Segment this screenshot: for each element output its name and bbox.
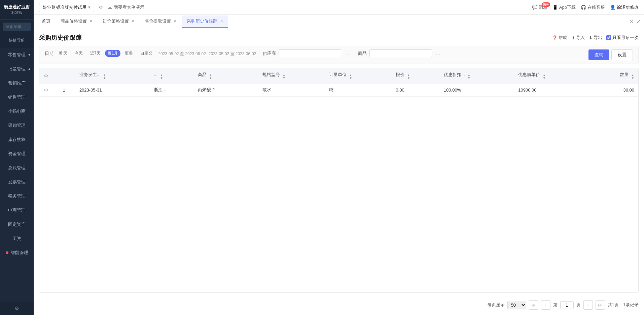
sidebar-item-assets[interactable]: 固定资产 — [0, 217, 34, 232]
per-page-select[interactable]: 50 100 200 — [507, 301, 526, 309]
next-page-button[interactable]: › — [583, 300, 593, 310]
td-discount: 100.00% — [440, 83, 514, 97]
message-badge[interactable]: 💬 消息 99+ — [532, 4, 547, 10]
table-row[interactable]: ⚙ 1 2023-05-31 浙江... 丙烯酸-2-... 散水 吨 0.00… — [39, 83, 638, 97]
settings-icon[interactable]: ⚙ — [14, 305, 19, 312]
date-btn-今天[interactable]: 今天 — [72, 49, 86, 57]
th-spec[interactable]: 规格型号 ▲▼ — [258, 68, 325, 83]
th-discount[interactable]: 优惠折扣... ▲▼ — [440, 68, 514, 83]
supplier-input[interactable] — [279, 49, 341, 57]
sidebar-item-sales[interactable]: 销售管理 — [0, 90, 34, 104]
table-header-row: ⚙ 业务发生... ▲▼ ... ▲▼ 商品 ▲▼ — [39, 68, 638, 83]
sidebar-bottom: ⚙ — [0, 302, 34, 315]
first-page-button[interactable]: ⏮ — [529, 300, 538, 310]
tab-home[interactable]: 首页 — [37, 15, 55, 28]
sidebar-logo: 畅捷通好业财 标准版 — [0, 0, 34, 20]
sidebar-item-purchase[interactable]: 采购管理 — [0, 118, 34, 133]
tab-close-purchase-strategy[interactable]: ✕ — [132, 19, 135, 23]
tab-price[interactable]: 商品价格设置 ✕ — [56, 15, 97, 28]
sort-price-icon[interactable]: ▲▼ — [543, 74, 546, 80]
sort-date-icon[interactable]: ▲▼ — [103, 74, 106, 80]
date-btn-近1月[interactable]: 近1月 — [105, 50, 121, 57]
quick-nav-item[interactable]: 快捷导航 — [0, 35, 34, 46]
goods-more-icon[interactable]: ... — [435, 50, 442, 57]
date-filter-group: 日期 昨天今天近7天近1月更多自定义 2023-05-02 至 2023-06-… — [45, 49, 256, 57]
tab-purchase-strategy[interactable]: 进价策略设置 ✕ — [98, 15, 139, 28]
import-icon: ⬆ — [571, 35, 575, 40]
sidebar-item-inventory[interactable]: 库存核算 — [0, 133, 34, 147]
last-page-button[interactable]: ⏭ — [596, 300, 605, 310]
sort-extra-icon[interactable]: ▲▼ — [160, 74, 163, 80]
tab-close-price[interactable]: ✕ — [90, 19, 93, 23]
sidebar-item-finance[interactable]: 资金管理 — [0, 147, 34, 161]
sidebar-menu: 零售管理批发管理营销推广销售管理小畅电商采购管理库存核算资金管理总账管理发票管理… — [0, 48, 34, 302]
sort-discount-icon[interactable]: ▲▼ — [467, 74, 470, 80]
prev-page-button[interactable]: ‹ — [541, 300, 550, 310]
goods-filter-label: 商品 — [358, 50, 367, 57]
sidebar-item-label: 税务管理 — [8, 193, 26, 199]
th-gear: ⚙ — [39, 68, 53, 83]
query-button[interactable]: 查询 — [588, 49, 609, 60]
th-extra[interactable]: ... ▲▼ — [150, 68, 193, 83]
app-download[interactable]: 📱 App下载 — [552, 4, 576, 10]
sidebar-item-tax[interactable]: 税务管理 — [0, 189, 34, 203]
supplier-more-icon[interactable]: ... — [344, 50, 351, 57]
sidebar-item-payroll[interactable]: 工资 — [0, 232, 34, 246]
th-quote[interactable]: 报价 ▲▼ — [392, 68, 440, 83]
td-gear[interactable]: ⚙ — [39, 83, 53, 97]
sidebar-item-accounting[interactable]: 总账管理 — [0, 161, 34, 175]
td-quantity: 30.00 — [590, 83, 638, 97]
version-selector[interactable]: 好业财标准版交付试用 ▾ — [39, 3, 94, 12]
help-link[interactable]: ❓ 帮助 — [552, 35, 567, 41]
th-quantity[interactable]: 数量 ▲▼ — [590, 68, 638, 83]
message-count: 99+ — [542, 2, 550, 7]
sidebar-item-label: 电商管理 — [8, 207, 26, 213]
search-input[interactable] — [3, 23, 31, 31]
page-input[interactable] — [560, 301, 574, 309]
topbar-settings-icon[interactable]: ⚙ — [98, 3, 104, 11]
sidebar-item-invoice[interactable]: 发票管理 — [0, 175, 34, 189]
sidebar-item-retail[interactable]: 零售管理 — [0, 48, 34, 62]
th-goods[interactable]: 商品 ▲▼ — [194, 68, 258, 83]
sidebar-item-ecommerce-small[interactable]: 小畅电商 — [0, 104, 34, 118]
quick-nav: 快捷导航 — [0, 33, 34, 48]
goods-input[interactable] — [369, 49, 432, 57]
tab-sale-price[interactable]: 售价提取设置 ✕ — [140, 15, 181, 28]
date-btn-更多[interactable]: 更多 — [122, 49, 136, 57]
date-btn-自定义[interactable]: 自定义 — [137, 49, 155, 57]
date-btn-昨天[interactable]: 昨天 — [56, 49, 70, 57]
sort-quote-icon[interactable]: ▲▼ — [407, 74, 410, 80]
goods-filter-group: 商品 ... — [358, 49, 442, 57]
only-last-checkbox[interactable]: 只看最后一次 — [606, 35, 639, 41]
demo-link[interactable]: 我要看实例演示 — [108, 4, 144, 10]
tab-close-sale-price[interactable]: ✕ — [174, 19, 177, 23]
date-btn-近7天[interactable]: 近7天 — [87, 49, 104, 57]
main-area: 好业财标准版交付试用 ▾ ⚙ 我要看实例演示 💬 消息 99+ 📱 App下载 … — [34, 0, 644, 315]
date-buttons: 昨天今天近7天近1月更多自定义 — [56, 49, 155, 57]
export-link[interactable]: ⬇ 导出 — [589, 35, 602, 41]
page-unit: 页 — [576, 302, 581, 308]
settings-button[interactable]: 设置 — [611, 49, 633, 60]
sort-quantity-icon[interactable]: ▲▼ — [631, 74, 634, 80]
supplier-filter-group: 供应商 ... — [263, 49, 351, 57]
tab-purchase-history[interactable]: 采购历史价跟踪 ✕ — [182, 15, 228, 28]
tab-expand-icon[interactable]: ⤢ — [636, 18, 641, 25]
sidebar-item-smart[interactable]: 智能管理 — [0, 246, 34, 260]
th-price[interactable]: 优惠前单价 ▲▼ — [514, 68, 590, 83]
th-unit[interactable]: 计量单位 ▲▼ — [325, 68, 392, 83]
sidebar-item-label: 工资 — [12, 236, 21, 242]
online-service[interactable]: 🎧 在线客服 — [581, 4, 605, 10]
import-link[interactable]: ⬆ 导入 — [571, 35, 585, 41]
tab-close-purchase-history[interactable]: ✕ — [220, 19, 223, 23]
user-menu[interactable]: 👤 徐泽华修改 — [610, 4, 639, 10]
sidebar-item-wholesale[interactable]: 批发管理 — [0, 62, 34, 76]
tab-close-all-icon[interactable]: ✕ — [629, 18, 634, 25]
date-filter-label: 日期 — [45, 50, 53, 57]
sort-goods-icon[interactable]: ▲▼ — [209, 74, 212, 80]
sidebar-item-ecommerce[interactable]: 电商管理 — [0, 203, 34, 217]
th-date[interactable]: 业务发生... ▲▼ — [75, 68, 150, 83]
sort-unit-icon[interactable]: ▲▼ — [349, 74, 352, 80]
sort-spec-icon[interactable]: ▲▼ — [282, 74, 285, 80]
dot-indicator — [6, 251, 8, 254]
sidebar-item-marketing[interactable]: 营销推广 — [0, 76, 34, 90]
